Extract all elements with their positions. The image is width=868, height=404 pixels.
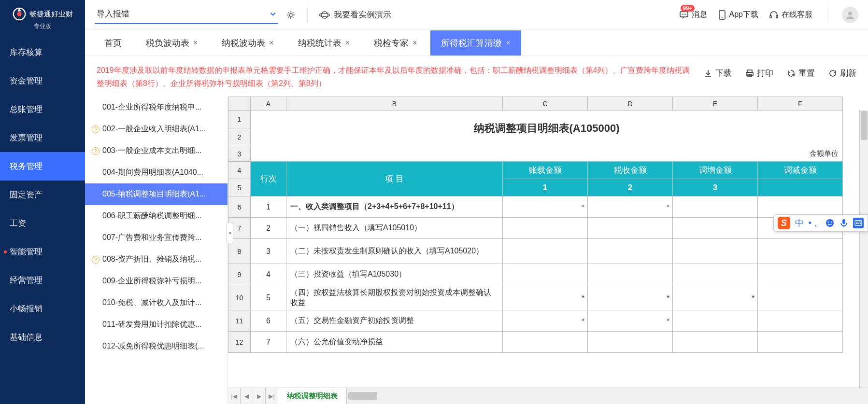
- sidebar-item-4[interactable]: 税务管理: [0, 152, 85, 181]
- cell-c[interactable]: [503, 332, 588, 353]
- ime-mic-icon[interactable]: [840, 218, 848, 228]
- cell-e[interactable]: [673, 310, 758, 332]
- cell-f[interactable]: [758, 264, 843, 285]
- cell-rownum[interactable]: 2: [251, 218, 286, 239]
- tab-1[interactable]: 税负波动表×: [135, 30, 208, 56]
- cell-d[interactable]: [588, 332, 673, 353]
- sheet-nav-first[interactable]: |◀: [228, 388, 241, 404]
- tab-close-icon[interactable]: ×: [413, 39, 417, 47]
- sidebar-item-3[interactable]: 发票管理: [0, 124, 85, 152]
- tab-2[interactable]: 纳税波动表×: [211, 30, 284, 56]
- col-header-D[interactable]: D: [588, 97, 673, 111]
- cell-e[interactable]: [673, 239, 758, 264]
- cell-e[interactable]: [673, 218, 758, 239]
- form-list-item-6[interactable]: 007-广告费和业务宣传费跨...: [85, 227, 228, 249]
- collapse-handle[interactable]: «: [227, 222, 233, 243]
- cell-d[interactable]: *: [588, 285, 673, 310]
- select-all-corner[interactable]: [228, 97, 251, 111]
- col-header-A[interactable]: A: [251, 97, 286, 111]
- ime-punct-icon[interactable]: •，: [809, 217, 820, 229]
- sidebar-item-9[interactable]: 小畅报销: [0, 294, 85, 323]
- cell-e[interactable]: [673, 196, 758, 218]
- sidebar-item-0[interactable]: 库存核算: [0, 38, 85, 67]
- cell-f[interactable]: [758, 239, 843, 264]
- cell-c[interactable]: *: [503, 196, 588, 218]
- cell-e[interactable]: [673, 264, 758, 285]
- cell-rownum[interactable]: 1: [251, 196, 286, 218]
- cell-rownum[interactable]: 3: [251, 239, 286, 264]
- tab-3[interactable]: 纳税统计表×: [287, 30, 360, 56]
- cell-d[interactable]: [588, 264, 673, 285]
- cell-c[interactable]: [503, 218, 588, 239]
- demo-link[interactable]: 我要看实例演示: [319, 9, 391, 20]
- cell-item[interactable]: （六）公允价值变动净损益: [286, 332, 503, 353]
- cell-d[interactable]: *: [588, 310, 673, 332]
- ime-toolbar[interactable]: S 中 •，: [773, 214, 868, 232]
- tab-close-icon[interactable]: ×: [193, 39, 198, 47]
- row-header-6[interactable]: 6: [228, 196, 251, 218]
- row-header-11[interactable]: 11: [228, 310, 251, 332]
- user-avatar[interactable]: [842, 7, 858, 23]
- sidebar-item-7[interactable]: 智能管理: [0, 237, 85, 266]
- sidebar-item-2[interactable]: 总账管理: [0, 95, 85, 124]
- form-list-item-8[interactable]: 009-企业所得税弥补亏损明...: [85, 270, 228, 292]
- tab-5[interactable]: 所得税汇算清缴×: [430, 30, 521, 56]
- row-header-10[interactable]: 10: [228, 285, 251, 310]
- cell-rownum[interactable]: 6: [251, 310, 286, 332]
- horizontal-scrollbar[interactable]: [347, 388, 868, 404]
- form-list-item-2[interactable]: ?003-一般企业成本支出明细...: [85, 140, 228, 162]
- form-list-item-5[interactable]: 006-职工薪酬纳税调整明细...: [85, 205, 228, 227]
- app-download-button[interactable]: App下载: [718, 10, 758, 20]
- cell-item[interactable]: （五）交易性金融资产初始投资调整: [286, 310, 503, 332]
- cell-rownum[interactable]: 4: [251, 264, 286, 285]
- sheet-nav-prev[interactable]: ◀: [241, 388, 253, 404]
- form-list-item-3[interactable]: 004-期间费用明细表(A1040...: [85, 162, 228, 183]
- cell-rownum[interactable]: 5: [251, 285, 286, 310]
- cell-item[interactable]: （四）按权益法核算长期股权投资对初始投资成本调整确认收益: [286, 285, 503, 310]
- tab-close-icon[interactable]: ×: [269, 39, 273, 47]
- form-list-item-9[interactable]: 010-免税、减计收入及加计...: [85, 292, 228, 314]
- cell-c[interactable]: [503, 264, 588, 285]
- row-header-3[interactable]: 3: [228, 146, 251, 162]
- tab-close-icon[interactable]: ×: [345, 39, 350, 47]
- form-list-item-0[interactable]: 001-企业所得税年度纳税申...: [85, 97, 228, 118]
- cell-e[interactable]: [673, 332, 758, 353]
- settings-gear-icon[interactable]: [286, 10, 296, 20]
- cell-d[interactable]: [588, 218, 673, 239]
- row-header-2[interactable]: 2: [228, 128, 251, 146]
- form-list-item-4[interactable]: 005-纳税调整项目明细表(A1...: [85, 183, 228, 205]
- sidebar-item-10[interactable]: 基础信息: [0, 323, 85, 351]
- download-button[interactable]: 下载: [704, 68, 732, 79]
- cell-f[interactable]: [758, 310, 843, 332]
- row-header-12[interactable]: 12: [228, 332, 251, 353]
- tab-4[interactable]: 税检专家×: [363, 30, 427, 56]
- tab-close-icon[interactable]: ×: [506, 39, 510, 47]
- cell-e[interactable]: *: [673, 285, 758, 310]
- sidebar-item-1[interactable]: 资金管理: [0, 67, 85, 95]
- row-header-5[interactable]: 5: [228, 179, 251, 196]
- row-header-9[interactable]: 9: [228, 264, 251, 285]
- sheet-nav-next[interactable]: ▶: [253, 388, 266, 404]
- row-header-4[interactable]: 4: [228, 162, 251, 179]
- cell-f[interactable]: [758, 332, 843, 353]
- cell-c[interactable]: *: [503, 310, 588, 332]
- sidebar-item-5[interactable]: 固定资产: [0, 181, 85, 209]
- online-service-button[interactable]: 在线客服: [769, 10, 812, 20]
- col-header-B[interactable]: B: [286, 97, 503, 111]
- cell-item[interactable]: （一）视同销售收入（填写A105010）: [286, 218, 503, 239]
- cell-rownum[interactable]: 7: [251, 332, 286, 353]
- cell-item[interactable]: （三）投资收益（填写A105030）: [286, 264, 503, 285]
- tab-0[interactable]: 首页: [94, 30, 132, 56]
- messages-button[interactable]: 99+ 消息: [679, 10, 707, 20]
- cell-f[interactable]: [758, 285, 843, 310]
- vertical-scrollbar[interactable]: [859, 110, 868, 388]
- row-header-1[interactable]: 1: [228, 111, 251, 128]
- cell-item[interactable]: （二）未按权责发生制原则确认的收入（填写A105020）: [286, 239, 503, 264]
- form-list-item-11[interactable]: 012-减免所得税优惠明细表(...: [85, 335, 228, 357]
- sheet-tab-active[interactable]: 纳税调整明细表: [278, 388, 347, 404]
- ime-lang[interactable]: 中: [795, 217, 804, 229]
- cell-c[interactable]: [503, 239, 588, 264]
- search-dropdown[interactable]: 导入报错: [95, 5, 278, 24]
- sidebar-item-6[interactable]: 工资: [0, 209, 85, 237]
- print-button[interactable]: 打印: [745, 68, 773, 79]
